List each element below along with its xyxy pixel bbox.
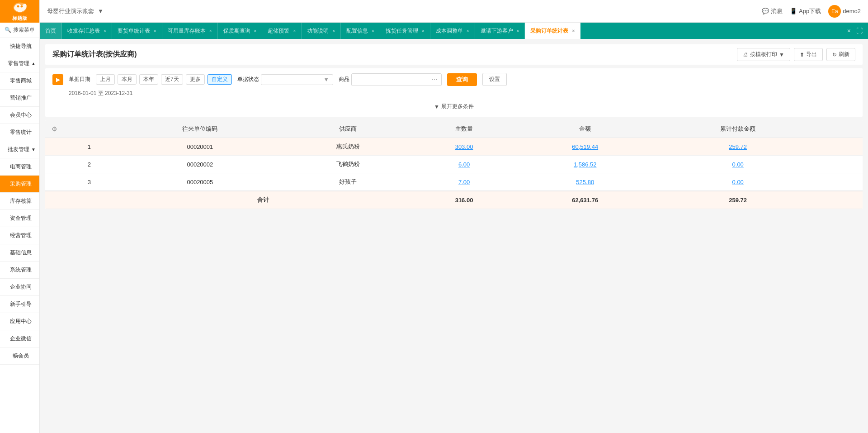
- message-label: 消息: [771, 7, 783, 15]
- top-bar-right: 💬 消息 📱 App下载 Ea demo2: [762, 5, 861, 18]
- export-button[interactable]: ⬆ 导出: [794, 48, 823, 61]
- sidebar-quick-nav[interactable]: 快捷导航: [0, 38, 39, 55]
- status-select[interactable]: ▼: [261, 74, 333, 85]
- tab-overstock[interactable]: 超储预警 ×: [262, 23, 302, 39]
- status-label: 单据状态: [237, 76, 259, 83]
- tab-close-icon[interactable]: ×: [467, 29, 469, 33]
- workspace-selector[interactable]: 母婴行业演示账套 ▼: [47, 7, 104, 15]
- table-container: ⚙ 往来单位编码 供应商 主数量 金额 累计付款金额 1: [45, 120, 863, 209]
- sidebar-item-basic[interactable]: 基础信息: [0, 244, 39, 262]
- row-code: 00020005: [115, 173, 285, 191]
- sidebar-item-member[interactable]: 会员中心: [0, 107, 39, 124]
- tab-close-icon[interactable]: ×: [154, 29, 156, 33]
- tab-close-icon[interactable]: ×: [422, 29, 425, 33]
- app-logo: 标题版: [0, 0, 39, 23]
- tab-close-all-btn[interactable]: ×: [845, 26, 853, 35]
- member-label: 会员中心: [5, 111, 36, 119]
- date-label: 单据日期: [69, 76, 90, 83]
- date-btn-this-year[interactable]: 本年: [139, 74, 158, 85]
- date-btn-last-month[interactable]: 上月: [96, 74, 115, 85]
- row-extra: [823, 173, 863, 191]
- sidebar-item-ecommerce[interactable]: 电商管理: [0, 158, 39, 176]
- tab-cost-adjust[interactable]: 成本调整单 ×: [430, 23, 475, 39]
- tab-close-icon[interactable]: ×: [293, 29, 296, 33]
- print-button[interactable]: 🖨 按模板打印 ▼: [737, 48, 790, 61]
- message-icon: 💬: [762, 8, 769, 14]
- app-download-btn[interactable]: 📱 App下载: [790, 7, 821, 15]
- data-table: ⚙ 往来单位编码 供应商 主数量 金额 累计付款金额 1: [45, 120, 863, 209]
- filter-expand-btn[interactable]: ▶: [52, 74, 63, 85]
- tab-close-active-icon[interactable]: ×: [572, 29, 575, 33]
- tab-label: 保质期查询: [223, 27, 250, 35]
- date-btn-more[interactable]: 更多: [186, 74, 205, 85]
- sidebar-item-marketing[interactable]: 营销推广: [0, 90, 39, 107]
- sidebar-item-retail-stat[interactable]: 零售统计: [0, 124, 39, 141]
- column-settings-icon[interactable]: ⚙: [52, 125, 57, 133]
- user-menu[interactable]: Ea demo2: [828, 5, 861, 18]
- avatar-text: Ea: [831, 8, 838, 14]
- date-btn-this-month[interactable]: 本月: [118, 74, 137, 85]
- svg-point-1: [17, 5, 19, 7]
- sidebar-item-retail-mgmt[interactable]: 零售管理 ▲: [0, 55, 39, 72]
- tab-expiry[interactable]: 保质期查询 ×: [218, 23, 263, 39]
- tab-fullscreen-btn[interactable]: ⛶: [854, 26, 864, 35]
- sidebar-item-purchase[interactable]: 采购管理: [0, 176, 39, 193]
- tab-close-icon[interactable]: ×: [332, 29, 335, 33]
- tab-purchase-order-stat[interactable]: 采购订单统计表 ×: [525, 23, 580, 39]
- row-paid: 0.00: [653, 156, 823, 173]
- tab-close-icon[interactable]: ×: [254, 29, 257, 33]
- query-button[interactable]: 查询: [447, 73, 477, 86]
- tab-picking[interactable]: 拣货任务管理 ×: [380, 23, 430, 39]
- page-content: 采购订单统计表(按供应商) 🖨 按模板打印 ▼ ⬆ 导出 ↻ 刷新: [40, 39, 868, 433]
- tab-receive-summary[interactable]: 收发存汇总表 ×: [62, 23, 112, 39]
- sidebar-item-finance[interactable]: 资金管理: [0, 210, 39, 227]
- refresh-button[interactable]: ↻ 刷新: [826, 48, 855, 61]
- search-menu[interactable]: 🔍 搜索菜单: [0, 23, 39, 38]
- inventory-label: 库存核算: [5, 197, 36, 205]
- sidebar-item-member2[interactable]: 畅会员: [0, 347, 39, 365]
- retail-mgmt-label: 零售管理: [5, 60, 31, 67]
- filter-row-1: ▶ 单据日期 上月 本月 本年 近7天 更多 自定义 单据状态 ▼: [52, 73, 855, 86]
- tab-close-icon[interactable]: ×: [209, 29, 212, 33]
- sidebar-item-appcenter[interactable]: 应用中心: [0, 313, 39, 330]
- tab-config[interactable]: 配置信息 ×: [341, 23, 380, 39]
- table-body: 1 00020001 惠氏奶粉 303.00 60,519.44 259.72 …: [45, 138, 863, 191]
- th-code: 往来单位编码: [115, 120, 285, 138]
- tab-requisition[interactable]: 要货单统计表 ×: [112, 23, 162, 39]
- row-quantity: 303.00: [411, 138, 517, 156]
- page-title-bar: 采购订单统计表(按供应商) 🖨 按模板打印 ▼ ⬆ 导出 ↻ 刷新: [45, 44, 863, 65]
- date-btn-7days[interactable]: 近7天: [161, 74, 183, 85]
- retail-mall-label: 零售商城: [5, 77, 36, 85]
- tab-close-icon[interactable]: ×: [517, 29, 519, 33]
- marketing-label: 营销推广: [5, 94, 36, 102]
- tab-function[interactable]: 功能说明 ×: [302, 23, 341, 39]
- settings-button[interactable]: 设置: [482, 73, 507, 86]
- search-label: 搜索菜单: [13, 27, 35, 33]
- table-row: 1 00020001 惠氏奶粉 303.00 60,519.44 259.72: [45, 138, 863, 156]
- print-label: 按模板打印: [750, 51, 777, 58]
- sidebar-item-inventory[interactable]: 库存核算: [0, 193, 39, 210]
- tab-close-icon[interactable]: ×: [372, 29, 374, 33]
- sidebar-item-wholesale[interactable]: 批发管理 ▼: [0, 141, 39, 158]
- sidebar-item-retail-mall[interactable]: 零售商城: [0, 72, 39, 90]
- tab-home[interactable]: 首页: [40, 23, 62, 39]
- row-quantity: 6.00: [411, 156, 517, 173]
- row-settings: [45, 173, 63, 191]
- sidebar: 标题版 🔍 搜索菜单 快捷导航 零售管理 ▲ 零售商城 营销推广 会员中心 零售…: [0, 0, 40, 433]
- tab-home-label: 首页: [45, 27, 56, 35]
- goods-input[interactable]: ···: [351, 73, 442, 86]
- expand-more-btn[interactable]: ▼ 展开更多条件: [434, 103, 474, 110]
- sidebar-item-newguide[interactable]: 新手引导: [0, 296, 39, 313]
- sidebar-item-wechat[interactable]: 企业微信: [0, 330, 39, 347]
- tab-invite-downstream[interactable]: 邀请下游客户 ×: [475, 23, 525, 39]
- refresh-label: 刷新: [839, 51, 849, 58]
- date-btn-custom[interactable]: 自定义: [208, 74, 232, 85]
- th-index: [63, 120, 115, 138]
- sidebar-item-system[interactable]: 系统管理: [0, 262, 39, 279]
- sidebar-item-operations[interactable]: 经营管理: [0, 227, 39, 244]
- tab-close-icon[interactable]: ×: [104, 29, 106, 33]
- tab-available-inventory[interactable]: 可用量库存账本 ×: [162, 23, 218, 39]
- sidebar-item-enterprise[interactable]: 企业协同: [0, 279, 39, 296]
- status-filter: 单据状态 ▼: [237, 74, 333, 85]
- message-btn[interactable]: 💬 消息: [762, 7, 783, 15]
